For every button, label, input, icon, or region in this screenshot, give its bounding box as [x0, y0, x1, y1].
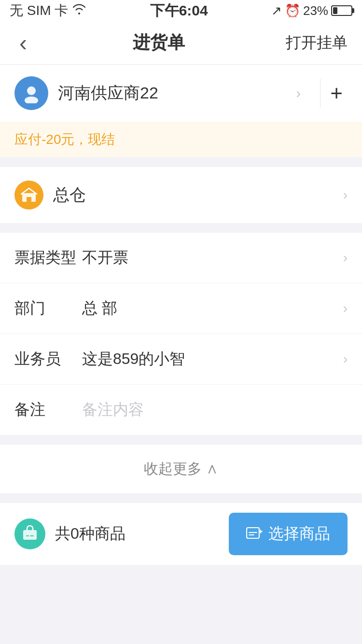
notice-banner: 应付-20元，现结: [0, 122, 362, 157]
collapse-button[interactable]: 收起更多 ∧: [0, 445, 362, 493]
vertical-divider: [320, 79, 320, 108]
warehouse-row[interactable]: 总仓 ›: [0, 167, 362, 223]
supplier-chevron-icon: ›: [296, 85, 301, 101]
dept-chevron-icon: ›: [343, 301, 348, 316]
product-icon: [14, 518, 45, 549]
nav-bar: ‹ 进货单 打开挂单: [0, 21, 362, 65]
open-pending-button[interactable]: 打开挂单: [286, 32, 348, 54]
warehouse-name: 总仓: [53, 184, 343, 206]
supplier-name: 河南供应商22: [58, 82, 296, 104]
svg-rect-4: [23, 530, 37, 540]
svg-rect-3: [27, 197, 31, 202]
status-right: ↗ ⏰ 23%: [271, 3, 352, 18]
product-count-text: 共0种商品: [55, 523, 229, 545]
invoice-value: 不开票: [82, 247, 343, 268]
back-button[interactable]: ‹: [14, 25, 32, 61]
warehouse-icon: [14, 181, 43, 210]
alarm-icon: ⏰: [285, 3, 300, 18]
location-icon: ↗: [271, 3, 282, 18]
collapse-label: 收起更多 ∧: [144, 461, 218, 476]
status-bar: 无 SIM 卡 下午6:04 ↗ ⏰ 23%: [0, 0, 362, 21]
warehouse-chevron-icon: ›: [343, 187, 348, 203]
status-left: 无 SIM 卡: [10, 1, 86, 20]
supplier-row[interactable]: 河南供应商22 › +: [0, 65, 362, 122]
svg-point-1: [25, 97, 38, 103]
content-area: 河南供应商22 › + 应付-20元，现结 总仓 › 票据类型 不开票 ›: [0, 65, 362, 565]
sales-label: 业务员: [14, 349, 82, 370]
sales-value: 这是859的小智: [82, 349, 343, 370]
invoice-label: 票据类型: [14, 247, 82, 268]
dept-row[interactable]: 部门 总 部 ›: [0, 283, 362, 334]
battery-icon: [331, 5, 352, 16]
sales-row[interactable]: 业务员 这是859的小智 ›: [0, 334, 362, 385]
remark-input[interactable]: 备注内容: [82, 399, 348, 420]
dept-label: 部门: [14, 298, 82, 319]
dept-value: 总 部: [82, 298, 343, 319]
battery-percentage: 23%: [303, 3, 328, 18]
select-product-label: 选择商品: [268, 523, 330, 545]
form-section: 票据类型 不开票 › 部门 总 部 › 业务员 这是859的小智 › 备注 备注…: [0, 233, 362, 435]
select-product-button[interactable]: 选择商品: [229, 513, 348, 555]
sales-chevron-icon: ›: [343, 351, 348, 367]
supplier-avatar: [14, 76, 48, 110]
remark-label: 备注: [14, 399, 82, 420]
invoice-row[interactable]: 票据类型 不开票 ›: [0, 233, 362, 283]
wifi-icon: [72, 4, 86, 17]
carrier-text: 无 SIM 卡: [10, 1, 68, 20]
remark-row[interactable]: 备注 备注内容: [0, 385, 362, 435]
bottom-bar: 共0种商品 选择商品: [0, 503, 362, 565]
status-time: 下午6:04: [150, 1, 208, 21]
page-title: 进货单: [133, 31, 185, 55]
invoice-chevron-icon: ›: [343, 250, 348, 266]
notice-text: 应付-20元，现结: [14, 132, 115, 147]
add-supplier-button[interactable]: +: [325, 83, 348, 104]
supplier-section: 河南供应商22 › +: [0, 65, 362, 122]
svg-point-0: [27, 86, 36, 95]
svg-rect-5: [247, 528, 259, 538]
